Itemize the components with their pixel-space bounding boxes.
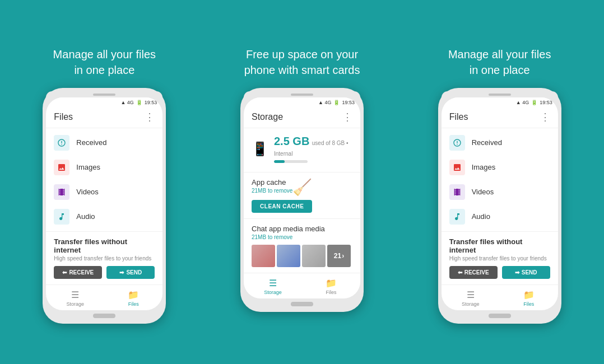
- center-section: Free up space on yourphone with smart ca…: [203, 46, 401, 312]
- media-count-box[interactable]: 21 ›: [327, 245, 351, 267]
- right-bottom-nav: ☰ Storage 📁 Files: [442, 284, 558, 310]
- center-nav-files[interactable]: 📁 Files: [302, 277, 360, 296]
- left-transfer-title: Transfer files without internet: [54, 237, 155, 254]
- list-item[interactable]: Videos: [442, 180, 558, 204]
- center-speaker-grill: [244, 91, 360, 97]
- left-title: Manage all your filesin one place: [53, 46, 156, 78]
- cache-title: App cache: [252, 178, 292, 186]
- right-videos-label: Videos: [472, 188, 494, 196]
- time-display: 19:53: [145, 100, 157, 105]
- right-storage-nav-label: Storage: [462, 301, 480, 307]
- left-phone-inner: ▲ 4G 🔋 19:53 Files ⋮ Received: [46, 97, 162, 310]
- send-button[interactable]: ➡ SEND: [106, 266, 155, 279]
- center-phone-inner: ▲ 4G 🔋 19:53 Storage ⋮ 📱 2.5 GB used of: [244, 97, 360, 298]
- right-storage-nav-icon: ☰: [467, 290, 475, 300]
- center-storage-nav-label: Storage: [264, 290, 282, 295]
- center-app-header: Storage ⋮: [244, 106, 360, 128]
- center-files-nav-label: Files: [326, 290, 336, 295]
- right-transfer-section: Transfer files without internet High spe…: [442, 231, 558, 284]
- right-send-icon: ➡: [515, 269, 519, 276]
- storage-gb: 2.5 GB: [274, 135, 309, 147]
- center-speaker-bar: [291, 94, 313, 96]
- right-nav-files[interactable]: 📁 Files: [500, 288, 558, 308]
- signal-icon: ▲ 4G: [120, 100, 133, 105]
- receive-icon: ⬅: [62, 269, 67, 276]
- left-bottom-nav: ☰ Storage 📁 Files: [46, 284, 162, 310]
- cache-right: 🧹: [292, 178, 312, 197]
- right-files-nav-icon: 📁: [523, 290, 535, 300]
- right-send-button[interactable]: ➡ SEND: [502, 266, 550, 279]
- storage-nav-label: Storage: [67, 301, 85, 307]
- center-battery-icon: 🔋: [333, 100, 340, 105]
- receive-button[interactable]: ⬅ RECEIVE: [54, 266, 102, 279]
- main-container: Manage all your filesin one place ▲ 4G 🔋…: [0, 35, 604, 329]
- right-receive-button[interactable]: ⬅ RECEIVE: [449, 266, 498, 279]
- clean-cache-button[interactable]: CLEAN CACHE: [252, 200, 312, 213]
- center-nav-storage[interactable]: ☰ Storage: [244, 277, 302, 296]
- storage-nav-icon: ☰: [71, 290, 79, 300]
- list-item[interactable]: Images: [46, 155, 162, 180]
- media-arrow: ›: [342, 252, 344, 260]
- nav-files[interactable]: 📁 Files: [104, 288, 162, 308]
- center-bottom-nav: ☰ Storage 📁 Files: [244, 273, 360, 298]
- left-transfer-subtitle: High speed transfer files to your friend…: [54, 255, 155, 262]
- storage-bar-section: 📱 2.5 GB used of 8 GB • Internal: [244, 128, 360, 172]
- audio-label: Audio: [76, 212, 95, 221]
- center-app-title: Storage: [252, 112, 283, 122]
- center-home-button[interactable]: [291, 302, 313, 306]
- right-time-display: 19:53: [540, 100, 552, 105]
- chat-media-subtitle: 21MB to remove: [252, 234, 352, 240]
- right-section: Manage all your filesin one place ▲ 4G 🔋…: [401, 46, 598, 324]
- right-signal-icon: ▲ 4G: [516, 100, 529, 105]
- center-title: Free up space on yourphone with smart ca…: [244, 46, 360, 78]
- files-nav-icon: 📁: [128, 290, 139, 300]
- home-button[interactable]: [93, 314, 115, 318]
- right-home-button[interactable]: [489, 314, 511, 318]
- left-section: Manage all your filesin one place ▲ 4G 🔋…: [6, 46, 203, 324]
- cache-section-inner: App cache 21MB to remove 🧹 CLEAN CACHE: [252, 178, 312, 213]
- list-item[interactable]: Images: [442, 155, 558, 180]
- right-transfer-buttons: ⬅ RECEIVE ➡ SEND: [449, 266, 550, 279]
- right-videos-icon: [449, 184, 465, 200]
- audio-icon: [54, 209, 69, 225]
- chat-media-section: Chat app media media 21MB to remove 21 ›: [244, 219, 360, 273]
- list-item[interactable]: Received: [442, 130, 558, 155]
- right-battery-icon: 🔋: [531, 100, 537, 105]
- device-icon: 📱: [252, 141, 268, 157]
- center-time-display: 19:53: [342, 100, 355, 105]
- right-title: Manage all your filesin one place: [448, 46, 551, 78]
- right-images-icon: [449, 160, 465, 175]
- nav-storage[interactable]: ☰ Storage: [46, 288, 104, 308]
- battery-icon: 🔋: [136, 100, 142, 105]
- right-received-icon: [449, 135, 465, 151]
- media-thumb-3: [302, 245, 326, 267]
- home-button-area: [46, 310, 162, 320]
- storage-progress-fill: [274, 160, 285, 163]
- app-cache-card: App cache 21MB to remove 🧹 CLEAN CACHE: [244, 172, 360, 219]
- list-item[interactable]: Audio: [46, 204, 162, 229]
- media-thumb-2: [277, 245, 300, 267]
- received-label: Received: [76, 138, 106, 147]
- speaker-bar: [93, 94, 115, 96]
- right-images-label: Images: [472, 163, 496, 171]
- cache-subtitle: 21MB to remove: [252, 188, 292, 194]
- left-menu-button[interactable]: ⋮: [145, 111, 155, 123]
- storage-progress-bar: [274, 160, 308, 163]
- speaker-grill: [46, 91, 162, 97]
- left-transfer-section: Transfer files without internet High spe…: [46, 231, 162, 284]
- right-menu-button[interactable]: ⋮: [540, 111, 550, 123]
- center-files-nav-icon: 📁: [326, 278, 337, 288]
- images-icon: [54, 160, 69, 175]
- right-home-button-area: [442, 310, 558, 320]
- chat-media-title: Chat app media media: [252, 225, 352, 233]
- list-item[interactable]: Audio: [442, 204, 558, 229]
- left-status-bar: ▲ 4G 🔋 19:53: [46, 97, 162, 106]
- left-phone-frame: ▲ 4G 🔋 19:53 Files ⋮ Received: [43, 88, 166, 324]
- left-app-title: Files: [54, 112, 73, 122]
- list-item[interactable]: Videos: [46, 180, 162, 204]
- center-menu-button[interactable]: ⋮: [342, 111, 352, 123]
- list-item[interactable]: Received: [46, 130, 162, 155]
- cache-row: App cache 21MB to remove 🧹: [252, 178, 312, 197]
- right-nav-storage[interactable]: ☰ Storage: [442, 288, 500, 308]
- right-app-title: Files: [449, 112, 468, 122]
